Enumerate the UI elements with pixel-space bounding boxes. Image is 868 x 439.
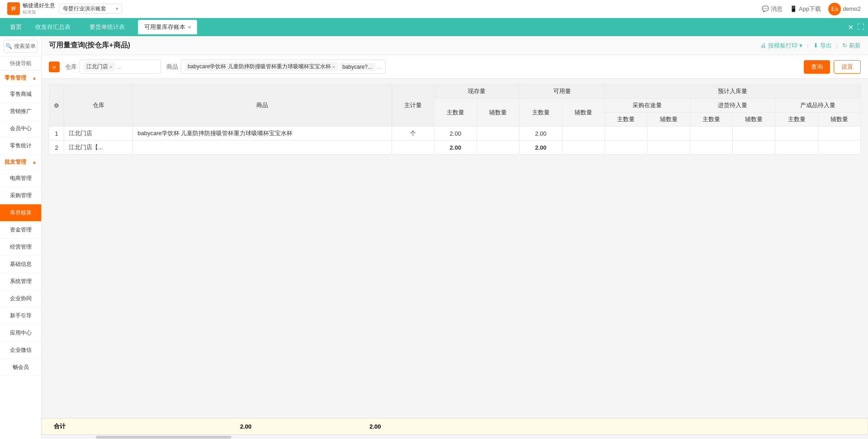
row1-product: babycare学饮杯 儿童防摔防撞吸管杯重力球吸嘴杯宝宝水杯 [133,127,392,141]
search-menu-label: 搜索菜单 [14,43,36,49]
col-inbound-pending-header: 进货待入量 [690,99,775,113]
sidebar-item-vip-member[interactable]: 畅会员 [0,359,41,376]
tab-available-inventory-label: 可用量库存账本 [144,23,185,31]
refresh-btn[interactable]: ↻ 刷新 [842,42,861,50]
message-btn[interactable]: 💬 消息 [762,5,783,13]
tab-available-inventory-close[interactable]: × [188,24,191,30]
footer-available-main: 2.00 [343,423,407,430]
sidebar-item-wholesale-mgmt[interactable]: 批发管理 ▲ [0,155,41,170]
download-btn[interactable]: 📱 App下载 [790,5,821,13]
sidebar-item-basic-info[interactable]: 基础信息 [0,256,41,273]
tab-order-stats-close[interactable]: × [127,24,130,30]
row2-purchase-aux [647,141,690,155]
separator-1: | [807,42,808,49]
sidebar-item-purchase[interactable]: 采购管理 [0,187,41,204]
sidebar-new-guide-label: 新手引导 [10,312,32,320]
row1-purchase-aux [647,127,690,141]
footer-available-aux [407,423,472,430]
close-window-btn[interactable]: ✕ [848,23,854,32]
sidebar-item-inventory[interactable]: 库存核算 [0,204,41,222]
refresh-icon: ↻ [842,42,847,49]
col-available-header: 可用量 [519,85,605,99]
product-tag-1-remove[interactable]: × [332,64,335,70]
sidebar-item-marketing[interactable]: 营销推广 [0,103,41,120]
sidebar-item-new-guide[interactable]: 新手引导 [0,307,41,325]
industry-select-wrapper[interactable]: 母婴行业演示账套 [59,4,122,14]
footer-purchase-aux [537,423,602,430]
sidebar-item-finance[interactable]: 资金管理 [0,222,41,239]
warehouse-input[interactable]: 江北门店 × ... [80,60,161,74]
sidebar-enterprise-label: 企业协同 [10,295,32,302]
warehouse-filter: 仓库 江北门店 × ... [65,60,161,74]
sidebar-quick-nav[interactable]: 快捷导航 [0,57,41,71]
footer-spacer-unit [149,423,213,430]
row2-available-aux [562,141,604,155]
table-footer: 合计 2.00 2.00 [42,418,868,434]
tab-receivable-close[interactable]: × [73,24,76,30]
col-available-main-header: 主数量 [519,99,562,127]
sidebar-app-center-label: 应用中心 [10,329,32,337]
col-warehouse-header: 仓库 [64,85,133,127]
expand-window-btn[interactable]: ⛶ [857,23,864,31]
product-label: 商品 [166,63,178,71]
sidebar-retail-stats-label: 零售统计 [10,142,32,150]
message-icon: 💬 [762,5,769,12]
sidebar-item-retail-mgmt[interactable]: 零售管理 ▲ [0,71,41,86]
print-btn[interactable]: 🖨 按模板打印 ▾ [760,42,802,50]
col-product-header: 商品 [133,85,392,127]
footer-inbound-main [602,423,666,430]
sidebar-item-retail-store[interactable]: 零售商城 [0,86,41,103]
search-menu-btn[interactable]: 🔍 搜索菜单 [4,40,38,53]
product-filter: 商品 babycare学饮杯 儿童防摔防撞吸管杯重力球吸嘴杯宝宝水杯 × bab… [166,60,386,74]
sidebar-item-system[interactable]: 系统管理 [0,273,41,290]
row1-purchase-main [605,127,647,141]
tab-receivable[interactable]: 收发存汇总表 × [29,20,82,34]
tab-home-label: 首页 [10,23,22,31]
row1-finished-main [775,127,818,141]
tab-order-stats-label: 要货单统计表 [90,23,125,31]
logo-sub: 标准版 [23,9,55,15]
sidebar-item-app-center[interactable]: 应用中心 [0,325,41,342]
export-btn[interactable]: ⬇ 导出 [813,42,832,50]
table-row: 2 江北门店【... 2.00 2.00 [49,141,861,155]
tab-home[interactable]: 首页 [4,20,28,34]
page-header: 可用量查询(按仓库+商品) 🖨 按模板打印 ▾ | ⬇ 导出 | ↻ 刷新 [42,36,868,55]
footer-current-aux [278,423,343,430]
row2-current-main: 2.00 [434,141,476,155]
tab-order-stats[interactable]: 要货单统计表 × [83,20,137,34]
sidebar-item-member[interactable]: 会员中心 [0,120,41,137]
query-button[interactable]: 查询 [804,60,830,74]
col-inbound-aux-header: 辅数量 [733,113,775,127]
industry-select[interactable]: 母婴行业演示账套 [59,4,122,14]
product-input[interactable]: babycare学饮杯 儿童防摔防撞吸管杯重力球吸嘴杯宝宝水杯 × babyca… [181,60,386,74]
row2-current-aux [477,141,519,155]
chevron-down-icon: ▾ [799,42,802,49]
footer-finished-aux [796,423,860,430]
tab-available-inventory[interactable]: 可用量库存账本 × [138,20,197,34]
top-bar-left: 好 畅捷通好生意 标准版 母婴行业演示账套 [7,2,122,15]
sidebar-item-enterprise-wechat[interactable]: 企业微信 [0,342,41,359]
user-area[interactable]: Ea demo2 [828,3,861,15]
row1-warehouse: 江北门店 [64,127,133,141]
product-more: ... [377,63,382,70]
export-icon: ⬇ [813,42,818,49]
row2-finished-main [775,141,818,155]
table-row: 1 江北门店 babycare学饮杯 儿童防摔防撞吸管杯重力球吸嘴杯宝宝水杯 个… [49,127,861,141]
top-bar: 好 畅捷通好生意 标准版 母婴行业演示账套 💬 消息 📱 App下载 Ea de… [0,0,868,18]
col-finished-main-header: 主数量 [775,113,818,127]
sidebar-item-operation[interactable]: 经营管理 [0,239,41,256]
sidebar-item-enterprise[interactable]: 企业协同 [0,290,41,307]
sidebar-item-retail-stats[interactable]: 零售统计 [0,137,41,155]
scroll-thumb[interactable] [96,436,231,439]
row1-inbound-main [690,127,732,141]
settings-button[interactable]: 设置 [834,60,861,74]
sidebar-retail-mgmt-label: 零售管理 [5,74,26,82]
download-label: App下载 [799,5,821,13]
col-available-aux-header: 辅数量 [562,99,604,127]
col-purchase-aux-header: 辅数量 [647,113,690,127]
logo-text-area: 畅捷通好生意 标准版 [23,2,55,15]
warehouse-tag-remove[interactable]: × [109,64,112,70]
filter-expand-btn[interactable]: » [49,61,60,72]
sidebar-item-ecommerce[interactable]: 电商管理 [0,170,41,187]
product-tag-2-value: babycare?... [342,64,372,70]
